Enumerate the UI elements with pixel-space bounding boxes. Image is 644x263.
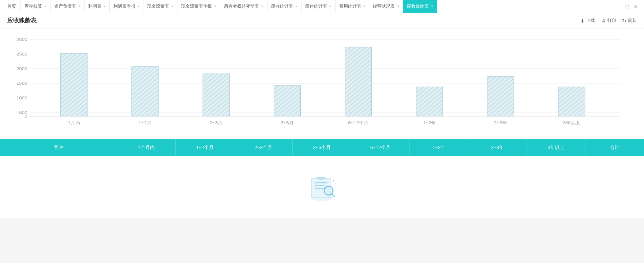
- tab-home[interactable]: 首页: [3, 0, 21, 13]
- svg-text:1~2年: 1~2年: [423, 121, 436, 125]
- tab-ap-stats-close[interactable]: ×: [329, 4, 332, 8]
- tab-cashflow[interactable]: 现金流量表 ×: [143, 0, 177, 13]
- tab-cashflow-quarterly[interactable]: 现金流量表季报 ×: [177, 0, 220, 13]
- window-controls: — □ ✕: [615, 3, 641, 10]
- bar-1-2年: [416, 87, 443, 116]
- svg-line-33: [332, 194, 335, 197]
- tab-home-label: 首页: [7, 3, 16, 9]
- print-label: 打印: [607, 18, 616, 24]
- tab-balance-label: 资产负债表: [54, 3, 76, 9]
- header-cell-1-2y: 1~2年: [410, 139, 468, 156]
- bar-3年以上: [558, 87, 585, 116]
- chart-area: 0 500 1000 1500 2000 2500 2500: [0, 28, 644, 139]
- svg-text:1000: 1000: [16, 96, 27, 100]
- tab-balance-close[interactable]: ×: [78, 4, 80, 8]
- header-cell-2-3m: 2~3个月: [234, 139, 293, 156]
- tab-balance[interactable]: 资产负债表 ×: [50, 0, 85, 13]
- refresh-label: 刷新: [628, 18, 637, 24]
- header-cell-total: 合计: [585, 139, 644, 156]
- tab-ar-stats-close[interactable]: ×: [295, 4, 297, 8]
- tab-ar-aging[interactable]: 应收账龄表 ×: [403, 0, 437, 13]
- tab-cashflow-quarterly-label: 现金流量表季报: [181, 3, 212, 9]
- tab-profit-quarterly[interactable]: 利润表季报 ×: [110, 0, 144, 13]
- tab-ap-stats[interactable]: 应付统计表 ×: [302, 0, 336, 13]
- svg-text:3年以上: 3年以上: [563, 121, 580, 125]
- bar-2-3月: [203, 74, 229, 116]
- empty-state: [0, 156, 644, 218]
- tab-profit-label: 利润表: [88, 3, 101, 9]
- header-cell-1-2m: 1~2个月: [176, 139, 234, 156]
- tab-cashflow-close[interactable]: ×: [171, 4, 173, 8]
- tab-operations-close[interactable]: ×: [397, 4, 399, 8]
- print-button[interactable]: 🖨 打印: [601, 18, 616, 24]
- download-button[interactable]: ⬇ 下载: [580, 18, 595, 24]
- tab-ar-aging-label: 应收账龄表: [407, 3, 429, 9]
- main-content: 0 500 1000 1500 2000 2500 2500: [0, 28, 644, 218]
- svg-rect-28: [315, 185, 325, 186]
- tab-ap-stats-label: 应付统计表: [305, 3, 327, 9]
- tab-operations[interactable]: 经营状况表 ×: [369, 0, 403, 13]
- empty-icon: [304, 171, 340, 203]
- maximize-button[interactable]: □: [624, 3, 631, 10]
- svg-text:2~3年: 2~3年: [494, 121, 507, 125]
- svg-text:1~2月: 1~2月: [139, 121, 152, 125]
- header-cell-3-6m: 3~6个月: [293, 139, 351, 156]
- tab-profit-quarterly-label: 利润表季报: [113, 3, 135, 9]
- svg-point-32: [326, 188, 332, 194]
- tab-equity[interactable]: 所有者权益变动表 ×: [220, 0, 267, 13]
- tab-profit-quarterly-close[interactable]: ×: [138, 4, 140, 8]
- svg-text:2000: 2000: [16, 66, 27, 71]
- refresh-button[interactable]: ↻ 刷新: [622, 18, 637, 24]
- tab-profit-close[interactable]: ×: [104, 4, 106, 8]
- svg-point-36: [332, 178, 333, 178]
- tab-equity-label: 所有者权益变动表: [224, 3, 259, 9]
- svg-point-34: [333, 180, 334, 182]
- download-icon: ⬇: [580, 18, 585, 24]
- page-title: 应收账龄表: [7, 17, 37, 24]
- tab-bar: 首页 库存核算 × 资产负债表 × 利润表 × 利润表季报 × 现金流量表 × …: [0, 0, 644, 13]
- minimize-button[interactable]: —: [615, 3, 622, 10]
- svg-text:500: 500: [19, 110, 27, 115]
- tab-inventory-close[interactable]: ×: [44, 4, 46, 8]
- bar-chart: 0 500 1000 1500 2000 2500 2500: [7, 36, 629, 131]
- bar-1-2月: [132, 66, 158, 116]
- download-label: 下载: [586, 18, 595, 24]
- close-button[interactable]: ✕: [632, 3, 640, 10]
- bar-6-12月: [345, 47, 372, 116]
- tab-cashflow-quarterly-close[interactable]: ×: [214, 4, 216, 8]
- tab-equity-close[interactable]: ×: [261, 4, 263, 8]
- svg-point-30: [316, 177, 326, 180]
- header-cell-customer: 客户: [0, 139, 117, 156]
- svg-text:2500: 2500: [16, 52, 27, 57]
- tab-operations-label: 经营状况表: [373, 3, 395, 9]
- page-header: 应收账龄表 ⬇ 下载 🖨 打印 ↻ 刷新: [0, 13, 644, 28]
- svg-text:6~12个月: 6~12个月: [348, 121, 368, 125]
- print-icon: 🖨: [601, 18, 606, 24]
- svg-text:2~3月: 2~3月: [210, 121, 223, 125]
- svg-text:2500: 2500: [16, 37, 27, 42]
- header-cell-6-12m: 6~12个月: [351, 139, 410, 156]
- tab-profit[interactable]: 利润表 ×: [85, 0, 110, 13]
- table-header: 客户 1个月内 1~2个月 2~3个月 3~6个月 6~12个月 1~2年 2~…: [0, 139, 644, 156]
- svg-text:1500: 1500: [16, 81, 27, 86]
- tab-cashflow-label: 现金流量表: [147, 3, 169, 9]
- tab-ar-aging-close[interactable]: ×: [431, 4, 433, 8]
- svg-point-35: [336, 183, 337, 184]
- tab-expense-stats[interactable]: 费用统计表 ×: [336, 0, 370, 13]
- svg-text:1月内: 1月内: [68, 121, 80, 125]
- svg-rect-27: [315, 182, 327, 183]
- header-cell-2-3y: 2~3年: [468, 139, 527, 156]
- tab-ar-stats[interactable]: 应收统计表 ×: [267, 0, 302, 13]
- refresh-icon: ↻: [622, 18, 626, 24]
- tab-ar-stats-label: 应收统计表: [271, 3, 293, 9]
- header-cell-1m: 1个月内: [117, 139, 176, 156]
- tab-inventory[interactable]: 库存核算 ×: [21, 0, 50, 13]
- header-cell-3y-plus: 3年以上: [527, 139, 585, 156]
- svg-text:3~6月: 3~6月: [281, 121, 294, 125]
- tab-expense-stats-label: 费用统计表: [339, 3, 361, 9]
- tab-inventory-label: 库存核算: [25, 3, 42, 9]
- bar-2-3年: [487, 76, 514, 116]
- tab-expense-stats-close[interactable]: ×: [363, 4, 366, 8]
- header-actions: ⬇ 下载 🖨 打印 ↻ 刷新: [580, 18, 637, 24]
- bar-1月内: [61, 53, 87, 116]
